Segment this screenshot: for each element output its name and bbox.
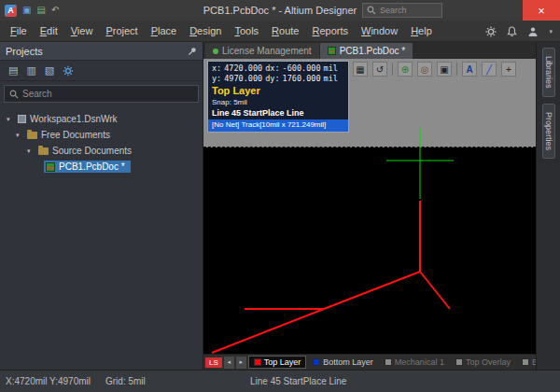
tab-properties[interactable]: Properties xyxy=(542,104,555,159)
hud-dy-label: dy: xyxy=(265,74,279,84)
expander-icon[interactable]: ▾ xyxy=(27,147,35,155)
hud-y-value: 4970.000 xyxy=(224,74,262,84)
hud-dx-value: -600.000 xyxy=(283,63,321,74)
tree-item-workspace[interactable]: ▾ Workspace1.DsnWrk xyxy=(0,111,203,127)
selected-tree-item[interactable]: PCB1.PcbDoc * xyxy=(44,161,131,173)
status-bar: X:4720mil Y:4970mil Grid: 5mil Line 45 S… xyxy=(0,370,560,392)
track-shaft[interactable] xyxy=(324,201,420,309)
menu-reports[interactable]: Reports xyxy=(305,22,355,39)
new-document-icon[interactable]: ▣ xyxy=(22,6,31,15)
user-avatar-icon[interactable] xyxy=(527,26,539,37)
projects-search-box[interactable] xyxy=(4,85,199,103)
document-tab-bar: License Management PCB1.PcbDoc * xyxy=(203,42,536,59)
tab-label: PCB1.PcbDoc * xyxy=(340,46,406,56)
menu-edit[interactable]: Edit xyxy=(34,22,64,39)
tab-libraries[interactable]: Libraries xyxy=(542,48,555,97)
heads-up-display: x: 4720.000 dx: -600.000 mil y: 4970.000… xyxy=(207,61,349,133)
license-status-icon xyxy=(213,49,218,54)
layer-color-swatch xyxy=(455,358,463,366)
menu-view[interactable]: View xyxy=(64,22,100,39)
layer-color-swatch xyxy=(254,358,261,366)
tree-item-label: Free Documents xyxy=(41,130,110,140)
hud-y-label: y: xyxy=(212,74,221,84)
search-icon xyxy=(9,90,19,99)
grid-setting: Grid: 5mil xyxy=(105,376,146,386)
layer-tab-mechanical[interactable]: Mechanical 1 xyxy=(380,357,449,368)
close-button[interactable]: × xyxy=(523,0,560,21)
expander-icon[interactable]: ▾ xyxy=(16,132,23,139)
tree-item-source-documents[interactable]: ▾ Source Documents xyxy=(0,143,203,159)
menu-window[interactable]: Window xyxy=(355,22,404,39)
menu-tools[interactable]: Tools xyxy=(228,22,265,39)
chevron-down-icon[interactable]: ▾ xyxy=(549,28,553,35)
layer-tab-label: Mechanical 1 xyxy=(395,357,444,367)
menu-file[interactable]: File xyxy=(4,22,34,39)
union-icon[interactable]: ⊕ xyxy=(398,62,413,77)
tree-item-free-documents[interactable]: ▾ Free Documents xyxy=(0,127,203,143)
tree-item-label: Workspace1.DsnWrk xyxy=(30,114,118,124)
hud-x-unit: mil xyxy=(324,63,338,74)
menu-design[interactable]: Design xyxy=(183,22,228,39)
open-document-icon[interactable]: ▤ xyxy=(36,6,45,15)
layer-tab-more[interactable]: B… xyxy=(517,357,536,368)
track-arrow[interactable] xyxy=(212,309,324,353)
editor-area: License Management PCB1.PcbDoc * ▦ ↺ ⊕ ◎… xyxy=(203,42,536,370)
track-branch[interactable] xyxy=(420,272,450,309)
compare-icon[interactable]: ▧ xyxy=(45,65,54,76)
projects-search xyxy=(0,81,203,106)
projects-panel-toolbar: ▤ ▥ ▧ xyxy=(0,61,203,81)
title-bar: A ▣ ▤ ↶ PCB1.PcbDoc * - Altium Designer … xyxy=(0,0,560,21)
layer-tab-top[interactable]: Top Layer xyxy=(248,356,307,369)
status-message: Line 45 StartPlace Line xyxy=(250,376,346,386)
board-icon[interactable]: ▣ xyxy=(437,62,452,77)
cursor-coordinates: X:4720mil Y:4970mil xyxy=(6,376,91,386)
hud-x-row: x: 4720.000 dx: -600.000 mil xyxy=(212,63,344,74)
menu-help[interactable]: Help xyxy=(404,22,439,39)
projects-search-input[interactable] xyxy=(22,89,193,99)
layer-sets-button[interactable]: LS xyxy=(205,357,222,368)
hud-dx-label: dx: xyxy=(265,63,279,74)
expander-icon[interactable]: ▾ xyxy=(7,116,14,123)
pcb-document-icon xyxy=(328,47,336,55)
save-all-icon[interactable]: ▤ xyxy=(8,65,18,76)
bell-icon[interactable] xyxy=(507,26,517,37)
projects-panel-header: Projects xyxy=(0,42,203,61)
altium-logo-icon: A xyxy=(5,5,17,17)
hud-active-layer: Top Layer xyxy=(212,84,344,98)
hud-y-row: y: 4970.000 dy: 1760.000 mil xyxy=(212,74,344,84)
pcb-document-icon xyxy=(46,162,55,172)
menu-place[interactable]: Place xyxy=(145,22,184,39)
pin-icon[interactable] xyxy=(188,47,197,56)
via-icon[interactable]: ◎ xyxy=(417,62,432,77)
line-tool-icon[interactable]: ╱ xyxy=(482,62,497,77)
folder-icon xyxy=(27,132,37,139)
compile-icon[interactable]: ▥ xyxy=(26,65,35,76)
layer-tab-label: Top Overlay xyxy=(466,357,511,367)
tree-item-pcb-doc[interactable]: PCB1.PcbDoc * xyxy=(0,159,203,175)
menu-project[interactable]: Project xyxy=(99,22,144,39)
global-search-box[interactable] xyxy=(362,3,442,18)
hud-net-info: [No Net] Track[10mil x 721.249mil] xyxy=(208,119,348,132)
grid-icon[interactable]: ▦ xyxy=(353,62,368,77)
tree-item-label: PCB1.PcbDoc * xyxy=(59,161,125,172)
tab-label: License Management xyxy=(222,46,312,56)
scroll-left-button[interactable]: ◂ xyxy=(224,357,234,369)
layer-tab-bottom[interactable]: Bottom Layer xyxy=(308,357,378,368)
menu-route[interactable]: Route xyxy=(265,22,305,39)
panel-settings-gear-icon[interactable] xyxy=(63,65,74,77)
gear-icon[interactable] xyxy=(485,26,497,37)
tab-pcb-doc[interactable]: PCB1.PcbDoc * xyxy=(320,43,413,59)
undo-icon[interactable]: ↶ xyxy=(51,6,59,15)
tab-license-management[interactable]: License Management xyxy=(205,43,319,59)
toolbar-separator xyxy=(456,63,457,76)
right-panel-strip: Libraries Properties xyxy=(536,42,560,370)
measure-icon[interactable]: + xyxy=(501,62,516,77)
layer-tab-top-overlay[interactable]: Top Overlay xyxy=(451,357,515,368)
global-search-input[interactable] xyxy=(380,6,438,15)
scroll-right-button[interactable]: ▸ xyxy=(236,357,246,369)
menu-bar-right-icons: ▾ xyxy=(485,21,553,42)
menu-bar: File Edit View Project Place Design Tool… xyxy=(0,21,560,42)
undo-icon[interactable]: ↺ xyxy=(372,62,387,77)
layer-color-swatch xyxy=(313,358,320,366)
text-tool-icon[interactable]: A xyxy=(462,62,477,77)
